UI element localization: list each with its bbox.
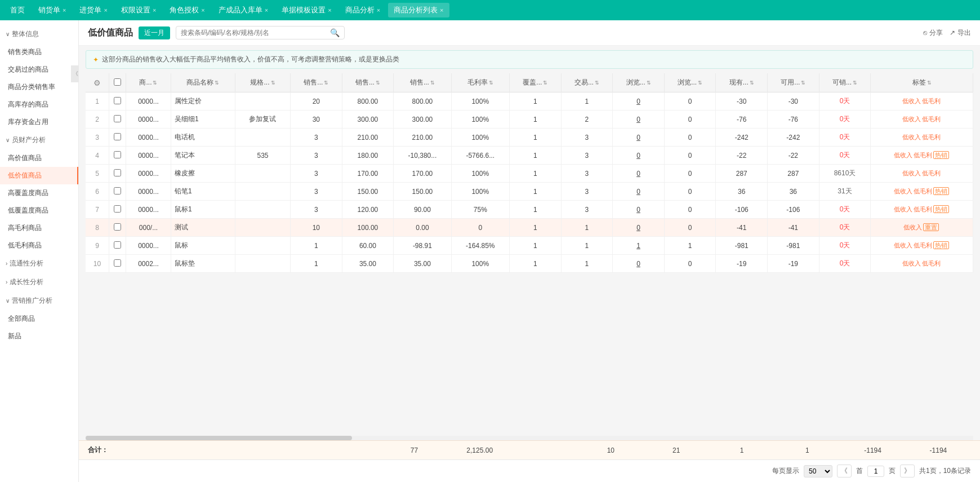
row-s7[interactable]: 0 xyxy=(613,165,665,183)
nav-purchase[interactable]: 进货单× xyxy=(74,3,113,17)
col-available[interactable]: 可用...⇅ xyxy=(768,73,819,92)
browse-link[interactable]: 0 xyxy=(636,260,640,268)
sidebar-section-growth[interactable]: › 成长性分析 xyxy=(0,273,78,291)
row-s7[interactable]: 0 xyxy=(613,92,665,110)
nav-product-analysis[interactable]: 商品分析× xyxy=(340,3,386,17)
row-checkbox-cell[interactable] xyxy=(109,201,126,219)
row-checkbox-cell[interactable] xyxy=(109,219,126,237)
sidebar-item-high-value[interactable]: 高价值商品 xyxy=(0,149,78,167)
row-checkbox[interactable] xyxy=(114,169,121,176)
sidebar-section-marketing[interactable]: ∨ 营销推广分析 xyxy=(0,291,78,310)
row-checkbox-cell[interactable] xyxy=(109,110,126,129)
browse-link[interactable]: 0 xyxy=(636,170,640,178)
col-coverage[interactable]: 覆盖...⇅ xyxy=(510,73,562,92)
row-checkbox[interactable] xyxy=(114,97,121,104)
export-button[interactable]: ↗ 导出 xyxy=(950,28,971,38)
browse-link[interactable]: 1 xyxy=(636,242,640,250)
nav-home[interactable]: 首页 xyxy=(5,3,30,17)
sidebar-item-high-stock[interactable]: 高库存的商品 xyxy=(0,96,78,113)
sidebar-item-category-rate[interactable]: 商品分类销售率 xyxy=(0,78,78,96)
col-sellable[interactable]: 可销...⇅ xyxy=(819,73,871,92)
time-filter-button[interactable]: 近一月 xyxy=(139,26,170,39)
row-checkbox-cell[interactable] xyxy=(109,183,126,201)
row-checkbox-cell[interactable] xyxy=(109,92,126,110)
col-name[interactable]: 商品名称⇅ xyxy=(171,73,235,92)
row-s7[interactable]: 0 xyxy=(613,219,665,237)
sidebar-item-high-margin[interactable]: 高毛利商品 xyxy=(0,219,78,237)
page-input[interactable] xyxy=(867,466,884,477)
row-checkbox[interactable] xyxy=(114,187,121,194)
browse-link[interactable]: 0 xyxy=(636,188,640,196)
sidebar-item-sales-goods[interactable]: 销售类商品 xyxy=(0,43,78,61)
sidebar-item-low-margin[interactable]: 低毛利商品 xyxy=(0,237,78,254)
row-s7[interactable]: 0 xyxy=(613,110,665,129)
row-checkbox[interactable] xyxy=(114,223,121,231)
row-checkbox[interactable] xyxy=(114,115,121,122)
row-checkbox[interactable] xyxy=(114,241,121,249)
sidebar-item-traded[interactable]: 交易过的商品 xyxy=(0,61,78,78)
row-checkbox[interactable] xyxy=(114,205,121,213)
col-browse1[interactable]: 浏览...⇅ xyxy=(613,73,665,92)
row-checkbox-cell[interactable] xyxy=(109,129,126,147)
row-checkbox[interactable] xyxy=(114,259,121,267)
row-checkbox-cell[interactable] xyxy=(109,237,126,255)
row-checkbox[interactable] xyxy=(114,133,121,140)
col-tags[interactable]: 标签⇅ xyxy=(871,73,973,92)
row-checkbox[interactable] xyxy=(114,151,121,158)
browse-link[interactable]: 0 xyxy=(636,98,640,105)
page-first-btn[interactable]: 《 xyxy=(837,465,852,477)
sidebar-section-flow[interactable]: › 流通性分析 xyxy=(0,254,78,273)
col-margin[interactable]: 毛利率⇅ xyxy=(451,73,509,92)
browse-link[interactable]: 0 xyxy=(636,152,640,160)
sidebar-section-overall[interactable]: ∨ 整体信息 xyxy=(0,25,78,43)
sidebar-item-high-coverage[interactable]: 高覆盖度商品 xyxy=(0,184,78,202)
browse-link[interactable]: 0 xyxy=(636,206,640,214)
nav-permission[interactable]: 权限设置× xyxy=(115,3,162,17)
row-checkbox-cell[interactable] xyxy=(109,255,126,273)
tag-label: 低毛利 xyxy=(922,260,941,267)
tag-label: 低毛利 xyxy=(922,134,941,140)
sidebar-item-low-coverage[interactable]: 低覆盖度商品 xyxy=(0,202,78,219)
sidebar-item-all-goods[interactable]: 全部商品 xyxy=(0,310,78,328)
row-checkbox-cell[interactable] xyxy=(109,165,126,183)
select-all-checkbox[interactable] xyxy=(114,78,121,86)
sidebar-item-low-value[interactable]: 低价值商品 xyxy=(0,167,78,184)
page-last-btn[interactable]: 》 xyxy=(900,465,915,477)
col-trade[interactable]: 交易...⇅ xyxy=(561,73,613,92)
row-s7[interactable]: 0 xyxy=(613,255,665,273)
search-icon[interactable]: 🔍 xyxy=(330,28,340,37)
row-s7[interactable]: 0 xyxy=(613,129,665,147)
col-s1[interactable]: 销售...⇅ xyxy=(291,73,342,92)
nav-role[interactable]: 角色授权× xyxy=(164,3,210,17)
browse-link[interactable]: 0 xyxy=(636,116,640,123)
sidebar-item-new-goods[interactable]: 新品 xyxy=(0,328,78,345)
sidebar-collapse-btn[interactable]: 《 xyxy=(71,65,79,82)
nav-product-analysis-list[interactable]: 商品分析列表× xyxy=(388,3,449,17)
row-checkbox-cell[interactable] xyxy=(109,147,126,165)
col-s2[interactable]: 销售...⇅ xyxy=(342,73,394,92)
page-size-select[interactable]: 50 100 xyxy=(804,465,832,477)
col-spec[interactable]: 规格...⇅ xyxy=(235,73,290,92)
row-spec xyxy=(235,129,290,147)
col-code[interactable]: 商...⇅ xyxy=(126,73,171,92)
row-s7[interactable]: 0 xyxy=(613,183,665,201)
browse-link[interactable]: 0 xyxy=(636,224,640,232)
col-current[interactable]: 现有...⇅ xyxy=(716,73,768,92)
share-button[interactable]: ⎋ 分享 xyxy=(923,28,943,38)
sidebar-item-stock-capital[interactable]: 库存资金占用 xyxy=(0,113,78,131)
nav-product-in[interactable]: 产成品入库单× xyxy=(213,3,274,17)
col-browse2[interactable]: 浏览...⇅ xyxy=(664,73,716,92)
sidebar-section-financial[interactable]: ∨ 员财产分析 xyxy=(0,131,78,149)
row-s7[interactable]: 0 xyxy=(613,201,665,219)
row-s7[interactable]: 0 xyxy=(613,147,665,165)
row-s7[interactable]: 1 xyxy=(613,237,665,255)
col-s3[interactable]: 销售...⇅ xyxy=(394,73,451,92)
nav-sales[interactable]: 销货单× xyxy=(33,3,72,17)
nav-template[interactable]: 单据模板设置× xyxy=(276,3,337,17)
col-settings[interactable]: ⚙ xyxy=(86,73,109,92)
horizontal-scrollbar[interactable] xyxy=(86,436,973,440)
col-checkbox[interactable] xyxy=(109,73,126,92)
scrollbar-thumb[interactable] xyxy=(86,436,352,440)
search-input[interactable] xyxy=(181,29,327,37)
browse-link[interactable]: 0 xyxy=(636,134,640,141)
